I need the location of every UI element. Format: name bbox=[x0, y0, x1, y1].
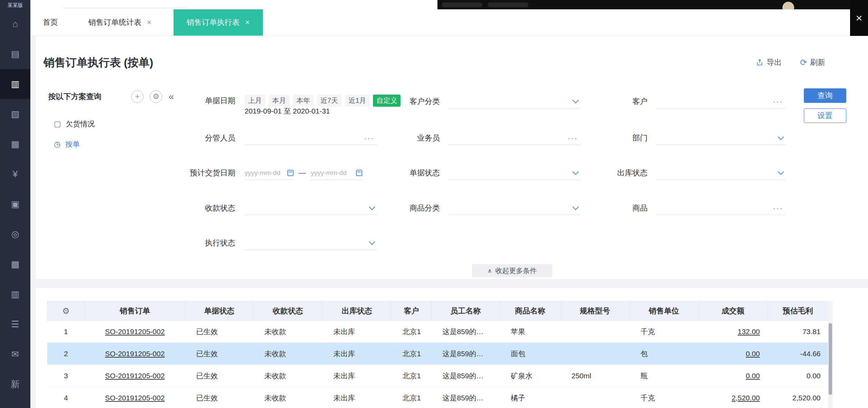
scheme-settings-button[interactable]: ⚙ bbox=[150, 90, 162, 103]
table-row[interactable]: 4 SO-20191205-002 已生效 未收款 未出库 北京1 这是859的… bbox=[47, 387, 828, 408]
salesman-picker[interactable]: ··· bbox=[448, 131, 581, 145]
delivery-date-from-input[interactable]: yyyy-mm-dd bbox=[245, 166, 294, 180]
sidebar-item-home[interactable]: ⌂ bbox=[0, 9, 30, 39]
collapse-more-conditions-button[interactable]: ∧ 收起更多条件 bbox=[472, 264, 552, 277]
product-category-select[interactable] bbox=[448, 201, 581, 215]
sidebar-item-warehouse[interactable]: ▦ bbox=[0, 129, 30, 159]
export-button[interactable]: 导出 bbox=[756, 57, 782, 68]
scrollbar-thumb[interactable] bbox=[829, 323, 832, 395]
tab-label: 销售订单统计表 bbox=[88, 17, 141, 28]
date-range-dash: — bbox=[298, 168, 306, 177]
chevron-up-icon: ∧ bbox=[487, 267, 492, 274]
panel-close-button[interactable]: × bbox=[850, 0, 868, 36]
refresh-button[interactable]: ⟳ 刷新 bbox=[800, 57, 825, 68]
exec-status-select[interactable] bbox=[245, 236, 377, 250]
customer-picker[interactable]: ··· bbox=[656, 95, 786, 108]
query-button[interactable]: 查询 bbox=[804, 88, 846, 103]
warehouse-icon: ▦ bbox=[11, 139, 20, 149]
sales-icon: ▥ bbox=[11, 79, 20, 89]
sidebar-item-sales[interactable]: ▥ bbox=[0, 69, 30, 99]
quick-this-year[interactable]: 本年 bbox=[293, 95, 314, 107]
topbar-button[interactable] bbox=[442, 2, 482, 7]
sidebar-item-account[interactable]: ☰ bbox=[0, 309, 30, 339]
goods-icon: ▤ bbox=[11, 49, 20, 59]
filter-label-product-category: 商品分类 bbox=[381, 203, 440, 213]
amount-link[interactable]: 0.00 bbox=[746, 372, 760, 380]
table-settings-button[interactable]: ⚙ bbox=[47, 301, 85, 321]
department-select[interactable] bbox=[656, 131, 786, 145]
calendar-icon bbox=[356, 170, 362, 176]
product-picker[interactable]: ··· bbox=[656, 201, 786, 215]
tab-home[interactable]: 首页 bbox=[33, 9, 68, 36]
close-icon[interactable]: × bbox=[245, 18, 250, 27]
product-cell: 矿泉水 bbox=[500, 365, 561, 387]
order-link[interactable]: SO-20191205-002 bbox=[105, 372, 165, 380]
filter-salesman: 业务员 ··· bbox=[381, 131, 581, 145]
amount-link[interactable]: 0.00 bbox=[746, 350, 760, 358]
top-strip bbox=[30, 0, 850, 9]
manager-picker[interactable]: ··· bbox=[245, 131, 377, 145]
collapse-panel-button[interactable]: « bbox=[168, 91, 174, 102]
out-status-cell: 未出库 bbox=[323, 387, 392, 408]
doc-status-select[interactable] bbox=[448, 166, 581, 180]
sidebar-nav: ⌂ ▤ ▥ ▧ ▦ ¥ ▣ ◎ ▩ ▥ ☰ ✉ 新 bbox=[0, 9, 30, 399]
sidebar-item-report[interactable]: ▥ bbox=[0, 279, 30, 309]
spec-cell: 250ml bbox=[561, 365, 630, 387]
tab-sales-order-execution[interactable]: 销售订单执行表 × bbox=[174, 9, 263, 36]
quick-last-7-days[interactable]: 近7天 bbox=[317, 95, 342, 107]
table-row[interactable]: 3 SO-20191205-002 已生效 未收款 未出库 北京1 这是859的… bbox=[47, 365, 828, 387]
gear-icon: ⚙ bbox=[153, 92, 160, 101]
filter-label-doc-date: 单据日期 bbox=[177, 96, 235, 106]
sidebar-item-inventory[interactable]: ▩ bbox=[0, 249, 30, 279]
table-row[interactable]: 1 SO-20191205-002 已生效 未收款 未出库 北京1 这是859的… bbox=[47, 321, 828, 343]
amount-cell: 0.00 bbox=[699, 343, 768, 365]
product-cell: 苹果 bbox=[500, 321, 561, 343]
tab-sales-order-stats[interactable]: 销售订单统计表 × bbox=[87, 9, 153, 36]
sidebar-item-delivery[interactable]: ◎ bbox=[0, 219, 30, 249]
home-icon: ⌂ bbox=[12, 19, 18, 29]
customer-cell: 北京1 bbox=[392, 321, 432, 343]
sidebar-item-funds[interactable]: ¥ bbox=[0, 159, 30, 189]
order-link[interactable]: SO-20191205-002 bbox=[105, 350, 165, 358]
main-panel: 销售订单执行表 (按单) 导出 ⟳ 刷新 按以下方案查询 + ⚙ « ▢ 欠货情… bbox=[36, 36, 868, 279]
table-row[interactable]: 2 SO-20191205-002 已生效 未收款 未出库 北京1 这是859的… bbox=[47, 343, 828, 365]
sidebar-item-invoice[interactable]: ▣ bbox=[0, 189, 30, 219]
payment-status-select[interactable] bbox=[245, 201, 377, 215]
quick-last-month[interactable]: 上月 bbox=[245, 95, 265, 107]
sidebar-item-message[interactable]: ✉ bbox=[0, 339, 30, 369]
close-icon[interactable]: × bbox=[147, 18, 151, 27]
sidebar-item-new[interactable]: 新 bbox=[0, 369, 30, 399]
topbar-button[interactable] bbox=[488, 2, 529, 7]
filter-label-customer-category: 客户分类 bbox=[381, 96, 440, 107]
add-scheme-button[interactable]: + bbox=[131, 90, 144, 103]
sidebar-item-goods[interactable]: ▤ bbox=[0, 39, 30, 69]
col-doc-status: 单据状态 bbox=[185, 301, 254, 321]
purchase-icon: ▧ bbox=[11, 109, 20, 119]
filter-label-customer: 客户 bbox=[589, 96, 648, 107]
settings-button[interactable]: 设置 bbox=[804, 108, 846, 123]
customer-cell: 北京1 bbox=[392, 387, 432, 408]
amount-link[interactable]: 132.00 bbox=[738, 328, 760, 336]
scheme-item-shortage[interactable]: ▢ 欠货情况 bbox=[54, 116, 95, 132]
amount-link[interactable]: 2,520.00 bbox=[732, 394, 760, 402]
scheme-item-by-order[interactable]: ◷ 按单 bbox=[54, 136, 80, 153]
pay-status-cell: 未收款 bbox=[254, 321, 323, 343]
order-link[interactable]: SO-20191205-002 bbox=[105, 328, 165, 336]
quick-this-month[interactable]: 本月 bbox=[269, 95, 289, 107]
outbound-status-select[interactable] bbox=[656, 166, 786, 180]
filter-label-doc-status: 单据状态 bbox=[381, 168, 440, 178]
date-placeholder: yyyy-mm-dd bbox=[311, 169, 346, 177]
filter-outbound-status: 出库状态 bbox=[589, 166, 786, 180]
chevron-down-icon bbox=[778, 134, 784, 140]
sidebar-item-purchase[interactable]: ▧ bbox=[0, 99, 30, 129]
doc-date-range-value[interactable]: 2019-09-01 至 2020-01-31 bbox=[245, 106, 330, 116]
quick-last-1-month[interactable]: 近1月 bbox=[345, 95, 369, 107]
invoice-icon: ▣ bbox=[11, 199, 20, 210]
top-search-underline bbox=[62, 8, 188, 8]
date-placeholder: yyyy-mm-dd bbox=[245, 169, 280, 177]
tab-bar: 首页 销售订单统计表 × 销售订单执行表 × bbox=[30, 9, 850, 36]
ellipsis-icon: ··· bbox=[773, 98, 783, 105]
order-link[interactable]: SO-20191205-002 bbox=[105, 394, 165, 402]
customer-category-select[interactable] bbox=[448, 95, 581, 108]
delivery-date-to-input[interactable]: yyyy-mm-dd bbox=[311, 166, 362, 180]
